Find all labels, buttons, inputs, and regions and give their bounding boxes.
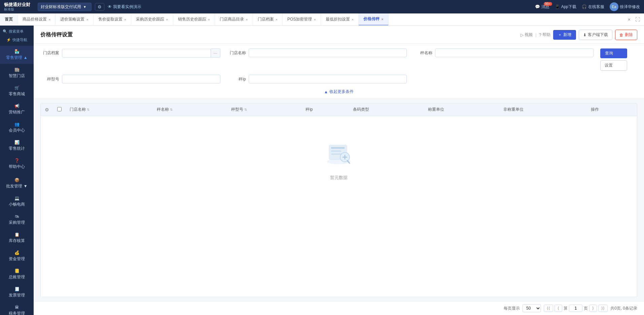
sidebar-item-retail[interactable]: 🏪 零售管理 ▲ (0, 46, 34, 64)
table-wrap: ⚙ 门店名称 ⇅ 秤名称 (40, 103, 637, 297)
page-actions: ▷ 视频 | ? 帮助 ＋ 新增 ⬇ 客户端下载 (521, 30, 637, 40)
sidebar-item-smart-store[interactable]: 🏬 智慧门店 (0, 64, 34, 82)
table-area: ⚙ 门店名称 ⇅ 秤名称 (34, 99, 644, 301)
ecommerce-icon: 💻 (14, 196, 20, 201)
sidebar-item-tax[interactable]: 🏛 税务管理 (0, 302, 34, 315)
settings-button[interactable]: ⚙ (95, 3, 104, 11)
tab-store-file[interactable]: 门店档案 × (253, 13, 283, 26)
sidebar-item-member[interactable]: 👥 会员中心 (0, 118, 34, 137)
add-button[interactable]: ＋ 新增 (553, 30, 576, 40)
sidebar-quick-nav-label: 快捷导航 (12, 37, 27, 42)
help-label: 帮助 (542, 32, 550, 38)
sidebar-item-ecommerce-label: 小畅电商 (9, 202, 25, 207)
scale-name-input[interactable] (435, 48, 594, 57)
user-name: 徐泽华修改 (620, 4, 640, 10)
tab-sale-history-label: 销售历史价跟踪 (178, 16, 206, 22)
close-icon[interactable]: × (314, 18, 316, 22)
sidebar-item-help[interactable]: ❓ 帮助中心 (0, 155, 34, 173)
table-gear-icon[interactable]: ⚙ (45, 107, 49, 112)
purchase-icon: 🛍 (15, 214, 19, 219)
settings-filter-button[interactable]: 设置 (600, 60, 627, 71)
query-button[interactable]: 查询 (600, 48, 627, 58)
sidebar-item-ecommerce[interactable]: 💻 小畅电商 (0, 193, 34, 211)
inventory-icon: 📋 (14, 232, 20, 237)
delete-button[interactable]: 🗑 删除 (615, 30, 637, 40)
prev-page-button[interactable]: ⟨ (554, 305, 562, 312)
question-icon: ? (539, 33, 541, 37)
sidebar-item-inventory-label: 库存核算 (9, 238, 25, 244)
tab-price-scale[interactable]: 价格传秤 × (359, 13, 388, 26)
sidebar-item-retail-stats[interactable]: 📊 零售统计 (0, 137, 34, 155)
last-page-button[interactable]: ⟩⟩ (598, 305, 608, 312)
tab-purchase-history[interactable]: 采购历史价跟踪 × (131, 13, 173, 26)
online-service-button[interactable]: 🎧 在线客服 (582, 4, 604, 10)
sidebar-item-finance[interactable]: 💰 资金管理 (0, 247, 34, 265)
demo-button[interactable]: 👁 我要看实例演示 (108, 4, 141, 10)
tab-sale-extract-label: 售价提取设置 (98, 16, 122, 22)
collapse-up-icon: ▲ (324, 90, 328, 94)
eye-icon: 👁 (108, 4, 112, 9)
tab-bar: 首页 商品价格设置 × 进价策略设置 × 售价提取设置 × 采购历史价跟踪 × … (0, 13, 644, 26)
close-icon[interactable]: × (86, 18, 88, 22)
video-link[interactable]: ▷ 视频 (521, 32, 533, 38)
store-file-input[interactable] (62, 49, 211, 58)
next-page-button[interactable]: ⟩ (589, 305, 597, 312)
sidebar-item-wholesale[interactable]: 📦 批发管理 ▼ (0, 174, 34, 193)
th-barcode-type: 条码类型 (349, 103, 424, 116)
store-file-select-button[interactable]: ··· (211, 48, 220, 58)
tab-home[interactable]: 首页 (0, 13, 18, 26)
version-selector[interactable]: 好业财标准版交付试用 ▼ (38, 3, 92, 11)
download-label: 客户端下载 (588, 32, 608, 38)
download-button[interactable]: ⬇ 客户端下载 (579, 30, 612, 40)
tab-bar-end: × ⛶ (626, 15, 644, 24)
sidebar-search[interactable]: 🔍 搜索菜单 (0, 26, 34, 36)
tab-min-discount[interactable]: 最低折扣设置 × (321, 13, 359, 26)
tab-pos-label: POS加密管理 (287, 16, 312, 22)
close-icon[interactable]: × (124, 18, 126, 22)
tab-expand-button[interactable]: ⛶ (633, 15, 642, 24)
scale-model-input[interactable] (62, 75, 220, 83)
phone-icon: 📱 (555, 4, 560, 9)
help-icon: ❓ (14, 158, 20, 163)
tab-store-file-label: 门店档案 (258, 16, 274, 22)
tab-product-price[interactable]: 商品价格设置 × (18, 13, 56, 26)
sidebar-item-marketing[interactable]: 📢 营销推广 (0, 100, 34, 118)
close-icon[interactable]: × (352, 18, 354, 22)
sidebar-quick-nav[interactable]: ⚡ 快捷导航 (0, 36, 34, 44)
store-name-input[interactable] (249, 48, 407, 57)
tab-purchase-strategy[interactable]: 进价策略设置 × (56, 13, 93, 26)
tab-close-button[interactable]: × (626, 15, 633, 24)
avatar: Ea (610, 2, 618, 11)
user-menu[interactable]: Ea 徐泽华修改 (610, 2, 640, 11)
select-all-checkbox[interactable] (57, 107, 62, 111)
tab-sale-extract[interactable]: 售价提取设置 × (94, 13, 131, 26)
sidebar-item-invoice[interactable]: 🧾 发票管理 (0, 283, 34, 302)
download-icon: ⬇ (583, 33, 586, 37)
help-link[interactable]: ? 帮助 (539, 32, 550, 38)
scale-ip-input[interactable] (249, 75, 407, 83)
close-icon[interactable]: × (246, 18, 248, 22)
tab-sale-history[interactable]: 销售历史价跟踪 × (173, 13, 215, 26)
per-page-select[interactable]: 50 10 20 100 (523, 304, 541, 312)
sidebar-item-retail-mall[interactable]: 🛒 零售商城 (0, 82, 34, 100)
sidebar-item-ledger[interactable]: 📒 总账管理 (0, 265, 34, 283)
close-icon[interactable]: × (208, 18, 210, 22)
tab-store-catalog[interactable]: 门店商品目录 × (215, 13, 253, 26)
marketing-icon: 📢 (14, 104, 20, 108)
close-icon[interactable]: × (48, 18, 50, 22)
sidebar-item-purchase[interactable]: 🛍 采购管理 (0, 211, 34, 229)
tab-pos[interactable]: POS加密管理 × (283, 13, 321, 26)
app-download-button[interactable]: 📱 App下载 (555, 4, 576, 10)
collapse-button[interactable]: ▲ 收起更多条件 (324, 89, 354, 95)
tab-price-scale-label: 价格传秤 (363, 16, 380, 22)
first-page-button[interactable]: ⟨⟨ (544, 305, 553, 312)
page-number-input[interactable] (569, 305, 582, 312)
close-icon[interactable]: × (166, 18, 168, 22)
close-icon[interactable]: × (381, 17, 383, 21)
close-icon[interactable]: × (276, 18, 278, 22)
sidebar-item-inventory[interactable]: 📋 库存核算 (0, 229, 34, 247)
video-label: 视频 (525, 32, 533, 38)
message-button[interactable]: 💬 消息 99+ (535, 4, 549, 10)
sidebar-item-retail-mall-label: 零售商城 (9, 91, 25, 97)
th-scale-ip: 秤ip (301, 103, 349, 116)
